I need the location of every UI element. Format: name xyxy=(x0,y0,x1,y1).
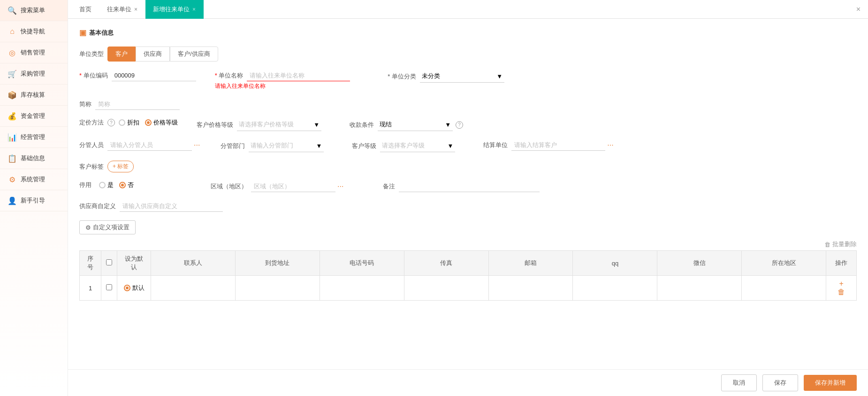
tab-partners[interactable]: 往来单位 × xyxy=(99,0,145,19)
cancel-button[interactable]: 取消 xyxy=(721,374,757,391)
sidebar-item-label: 新手引导 xyxy=(21,196,45,205)
save-new-button[interactable]: 保存并新增 xyxy=(804,375,857,391)
batch-delete-btn[interactable]: 🗑 批量删除 xyxy=(824,240,857,248)
unit-type-customer[interactable]: 客户 xyxy=(107,47,136,62)
tab-new-partner[interactable]: 新增往来单位 × xyxy=(145,0,204,19)
custom-settings-label: 自定义项设置 xyxy=(93,223,129,232)
sidebar-item-finance[interactable]: 💰 资金管理 xyxy=(0,106,68,127)
delete-row-btn[interactable]: 🗑 xyxy=(836,288,847,296)
add-row-btn[interactable]: + xyxy=(837,280,845,287)
unit-type-group: 单位类型 客户 供应商 客户/供应商 xyxy=(79,47,218,62)
default-radio[interactable]: 默认 xyxy=(122,284,146,292)
phone-input[interactable] xyxy=(325,285,399,292)
customer-tag-group: 客户标签 + 标签 xyxy=(79,161,173,172)
sidebar-item-label: 搜索菜单 xyxy=(21,6,45,15)
pricing-row: 定价方法 ? 折扣 价格等级 客户价格等级 请选择客户价格等级 xyxy=(79,118,857,131)
discount-label: 折扣 xyxy=(127,118,139,127)
payment-terms-select[interactable]: 现结 ▼ xyxy=(378,118,453,131)
cell-contact xyxy=(151,276,236,301)
row-region-input[interactable] xyxy=(746,285,821,292)
chevron-down-icon5: ▼ xyxy=(447,142,453,149)
operations-icon: 📊 xyxy=(8,132,17,142)
payment-help-icon[interactable]: ? xyxy=(456,121,463,129)
address-input[interactable] xyxy=(240,285,315,292)
col-wechat: 微信 xyxy=(657,251,742,276)
email-input[interactable] xyxy=(494,285,568,292)
pricing-method-group: 定价方法 ? 折扣 价格等级 xyxy=(79,118,178,127)
settlement-input[interactable] xyxy=(511,140,605,151)
custom-settings-button[interactable]: ⚙ 自定义项设置 xyxy=(79,220,136,234)
sidebar-item-inventory[interactable]: 📦 库存核算 xyxy=(0,85,68,106)
region-more-btn[interactable]: ··· xyxy=(335,182,345,191)
col-region: 所在地区 xyxy=(742,251,826,276)
disabled-radio-group: 是 否 xyxy=(99,181,134,189)
customer-level-placeholder: 请选择客户等级 xyxy=(382,141,447,150)
system-icon: ⚙ xyxy=(8,175,17,184)
manager-more-btn[interactable]: ··· xyxy=(192,141,202,149)
qq-input[interactable] xyxy=(578,285,652,292)
unit-category-select[interactable]: 未分类 ▼ xyxy=(420,70,504,83)
sidebar-item-sales[interactable]: ◎ 销售管理 xyxy=(0,42,68,63)
pricing-discount[interactable]: 折扣 xyxy=(119,118,139,127)
col-email: 邮箱 xyxy=(488,251,573,276)
settlement-group: 结算单位 ··· xyxy=(483,140,615,151)
unit-code-input[interactable] xyxy=(112,70,196,81)
fax-input[interactable] xyxy=(409,285,484,292)
unit-name-input[interactable] xyxy=(247,70,350,81)
customer-level-select[interactable]: 请选择客户等级 ▼ xyxy=(380,140,455,152)
sales-icon: ◎ xyxy=(8,48,17,57)
cell-region xyxy=(742,276,826,301)
tab-home[interactable]: 首页 xyxy=(72,0,99,19)
sidebar-item-basic[interactable]: 📋 基础信息 xyxy=(0,148,68,169)
sidebar-item-label: 基础信息 xyxy=(21,154,45,163)
col-address: 到货地址 xyxy=(235,251,320,276)
disabled-no-label: 否 xyxy=(128,181,134,189)
supplier-custom-group: 供应商自定义 xyxy=(79,201,223,212)
col-default: 设为默认 xyxy=(117,251,151,276)
level-label: 价格等级 xyxy=(153,118,178,127)
department-label: 分管部门 xyxy=(221,142,245,150)
contacts-table-section: 🗑 批量删除 序号 设为默认 联系人 到货地址 电话号码 传真 邮箱 qq xyxy=(79,240,857,301)
remark-input[interactable] xyxy=(399,181,540,192)
unit-type-supplier[interactable]: 供应商 xyxy=(136,47,170,62)
sidebar-item-guide[interactable]: 👤 新手引导 xyxy=(0,190,68,211)
manager-row: 分管人员 ··· 分管部门 请输入分管部门 ▼ 客户等级 请选择客户等级 ▼ 结… xyxy=(79,140,857,152)
sidebar-item-search[interactable]: 🔍 搜索菜单 xyxy=(0,0,68,21)
pricing-level[interactable]: 价格等级 xyxy=(145,118,178,127)
alias-row: 简称 xyxy=(79,99,857,110)
tab-new-partner-close[interactable]: × xyxy=(192,6,196,13)
sidebar-item-purchase[interactable]: 🛒 采购管理 xyxy=(0,63,68,85)
manager-input[interactable] xyxy=(107,140,192,151)
sidebar-item-quicknav[interactable]: ⌂ 快捷导航 xyxy=(0,21,68,42)
sidebar-item-operations[interactable]: 📊 经营管理 xyxy=(0,127,68,148)
tab-partners-close[interactable]: × xyxy=(134,6,137,13)
disabled-yes[interactable]: 是 xyxy=(99,181,114,189)
settlement-more-btn[interactable]: ··· xyxy=(605,141,615,149)
cell-fax xyxy=(404,276,488,301)
add-tag-button[interactable]: + 标签 xyxy=(107,161,134,172)
col-fax: 传真 xyxy=(404,251,488,276)
unit-type-both[interactable]: 客户/供应商 xyxy=(170,47,218,62)
contact-input[interactable] xyxy=(156,285,230,292)
disabled-no[interactable]: 否 xyxy=(119,181,134,189)
wechat-input[interactable] xyxy=(662,285,737,292)
alias-input[interactable] xyxy=(95,99,180,110)
settlement-label: 结算单位 xyxy=(483,141,508,149)
cell-email xyxy=(488,276,573,301)
close-all-tabs[interactable]: × xyxy=(853,5,864,14)
tab-home-label: 首页 xyxy=(79,5,91,14)
supplier-custom-input[interactable] xyxy=(120,201,223,212)
cell-address xyxy=(235,276,320,301)
row-checkbox[interactable] xyxy=(106,284,112,290)
customer-price-level-placeholder: 请选择客户价格等级 xyxy=(239,120,313,129)
unit-type-row: 单位类型 客户 供应商 客户/供应商 xyxy=(79,47,857,62)
department-select[interactable]: 请输入分管部门 ▼ xyxy=(249,140,324,152)
sidebar-item-system[interactable]: ⚙ 系统管理 xyxy=(0,169,68,190)
pricing-help-icon[interactable]: ? xyxy=(107,119,115,126)
region-input[interactable] xyxy=(251,181,335,192)
cell-phone xyxy=(320,276,404,301)
customer-price-level-select[interactable]: 请选择客户价格等级 ▼ xyxy=(237,118,321,131)
select-all-checkbox[interactable] xyxy=(106,259,112,265)
basic-icon: 📋 xyxy=(8,154,17,163)
save-button[interactable]: 保存 xyxy=(762,374,798,391)
